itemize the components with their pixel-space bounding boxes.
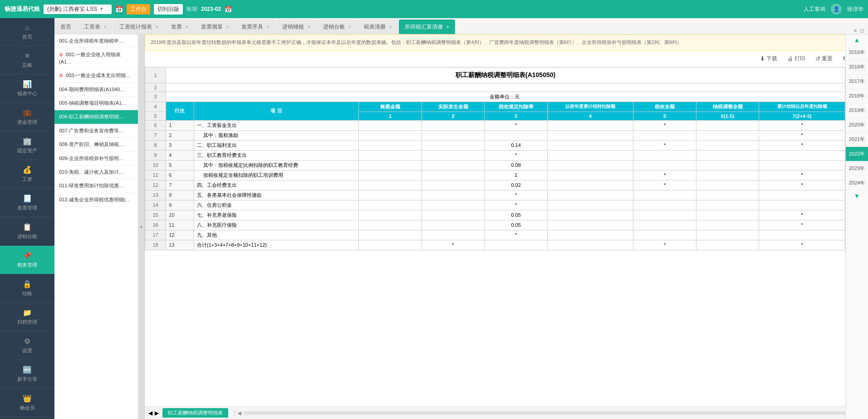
left-panel-item-011[interactable]: 011-研发费用加计扣除优惠… [54, 179, 138, 193]
tab-payroll-stat[interactable]: 工资统计报表 × [113, 19, 164, 34]
tab-in-check[interactable]: 进销稽核 × [276, 19, 316, 34]
sheet-tab-label: 职工薪酬纳税调整明细表 [168, 410, 223, 415]
tab-invoice-open-close[interactable]: × [267, 24, 270, 29]
tab-payroll-label: 工资表 [84, 23, 100, 31]
tab-invoice-calc-close[interactable]: × [226, 24, 229, 29]
sidebar-item-settings[interactable]: ⚙ 设置 [0, 331, 54, 360]
col-f-sub: 4 [547, 112, 633, 120]
tab-home[interactable]: 首页 [54, 19, 77, 34]
scroll-left-icon[interactable]: ◀ [237, 410, 241, 416]
sidebar-item-ledger[interactable]: ≡ 总账 [0, 46, 54, 74]
print-button[interactable]: 🖨 打印 [785, 54, 808, 64]
sidebar-item-archive[interactable]: 📁 归档管理 [0, 303, 54, 331]
tab-payroll-close[interactable]: × [104, 24, 107, 29]
tab-in-check-label: 进销稽核 [282, 23, 304, 31]
sheet-area[interactable]: 1 职工薪酬纳税调整明细表(A105050) 2 3 金额 [145, 67, 868, 406]
table-row: 16 11 八、补充医疗保险 0.05 * [145, 220, 845, 230]
guide-icon: 🆕 [23, 365, 32, 374]
tab-tax-clear-close[interactable]: × [389, 24, 392, 29]
table-row: 9 4 三、职工教育经费支出 * [145, 150, 845, 160]
col-d-header: 实际发生金额 [422, 102, 485, 112]
tab-income-tax-close[interactable]: × [446, 24, 449, 29]
year-2023[interactable]: 2023年 [846, 161, 868, 176]
panel-collapse-button[interactable]: « [138, 34, 145, 419]
sidebar-item-report[interactable]: 📊 报表中心 [0, 74, 54, 103]
sidebar-label-salary: 工资 [22, 176, 32, 183]
sidebar-item-close[interactable]: 🔒 结账 [0, 274, 54, 303]
left-panel-item-012[interactable]: 012-减免企业所得税优惠明细(… [54, 193, 138, 207]
sidebar-item-sales-ledger[interactable]: 📋 进销台账 [0, 217, 54, 246]
year-2021[interactable]: 2021年 [846, 132, 868, 147]
sidebar-label-asset: 资金管理 [17, 119, 37, 126]
year-2019[interactable]: 2019年 [846, 103, 868, 118]
year-2015[interactable]: 2015年 [846, 45, 868, 60]
tab-income-tax[interactable]: 所得税汇算清缴 × [399, 19, 455, 34]
item-001-label: 001-企业所得税年度纳税申… [59, 38, 124, 44]
tab-invoice-calc[interactable]: 发票测算 × [195, 19, 235, 34]
year-2022[interactable]: 2022年 [846, 147, 868, 161]
left-panel-item-009[interactable]: 009-企业所得税弥补亏损明… [54, 152, 138, 166]
report-icon: 📊 [23, 80, 32, 88]
prev-sheet-icon[interactable]: ◀ [148, 410, 152, 416]
table-row: 17 12 九、其他 * [145, 230, 845, 240]
horizontal-scrollbar[interactable] [243, 411, 858, 415]
tab-payroll-stat-close[interactable]: × [156, 24, 158, 29]
item-003-label: 003-一般企业成本支出明细… [66, 73, 131, 78]
error-icon-003: ⊗ [59, 73, 63, 78]
tab-tax-clear[interactable]: 税表清册 × [358, 19, 398, 34]
download-button[interactable]: ⬇ 下载 [757, 54, 780, 64]
sidebar-label-invoice: 发票管理 [17, 205, 37, 211]
reset-button[interactable]: ↺ 重置 [813, 54, 835, 64]
sidebar-item-asset-mgmt[interactable]: 💼 资金管理 [0, 103, 54, 132]
next-sheet-icon[interactable]: ▶ [155, 410, 159, 416]
sheet-options-icon[interactable]: ⋮ [232, 410, 237, 416]
sidebar-cancel-fixed[interactable]: 📌 取消固定 [0, 417, 54, 419]
tab-invoice[interactable]: 发票 × [165, 19, 194, 34]
tab-in-ledger[interactable]: 进销台账 × [317, 19, 357, 34]
tab-in-ledger-label: 进销台账 [323, 23, 345, 31]
bottom-bar: ◀ ▶ 职工薪酬纳税调整明细表 ⋮ ◀ ▶ [145, 406, 868, 419]
sheet-tab-payroll[interactable]: 职工薪酬纳税调整明细表 [162, 408, 228, 418]
left-panel-item-005[interactable]: 005-纳税调整项目明细表(A1… [54, 97, 138, 110]
workspace-button[interactable]: 工作台 [127, 4, 150, 15]
content-area: 首页 工资表 × 工资统计报表 × 发票 × 发票测算 × [54, 18, 868, 419]
tab-invoice-open[interactable]: 发票开具 × [235, 19, 275, 34]
sidebar-item-fixed-asset[interactable]: 🏢 固定资产 [0, 132, 54, 160]
year-2024[interactable]: 2024年 [846, 176, 868, 190]
left-panel-item-006[interactable]: 006-职工薪酬纳税调整明细… [54, 110, 138, 124]
sidebar-item-tax[interactable]: 📌 税务管理 [0, 246, 54, 274]
download-label: 下载 [766, 55, 777, 63]
tab-expand-icon[interactable]: ⊡ [860, 28, 864, 34]
left-panel-item-008[interactable]: 008-资产折旧、摊销及纳税… [54, 138, 138, 151]
left-panel-item-007[interactable]: 007-广告费和业务宣传费等… [54, 124, 138, 138]
tab-payroll[interactable]: 工资表 × [78, 19, 113, 34]
year-nav-up[interactable]: ▲ [846, 34, 868, 45]
left-panel: 001-企业所得税年度纳税申… ⊗ 002-一般企业收入明细表(A1… ⊗ 00… [54, 34, 138, 419]
year-2017[interactable]: 2017年 [846, 74, 868, 89]
table-row: 10 5 其中：按税收规定比例扣除的职工教育经费 0.08 [145, 160, 845, 170]
period-value: 2023-02 [201, 6, 221, 12]
company-selector[interactable]: (勿删) 江西睿宝-LSS ▼ [44, 5, 112, 14]
year-2016[interactable]: 2016年 [846, 60, 868, 74]
customer-service[interactable]: 人工客询 [804, 5, 825, 13]
left-panel-item-001[interactable]: 001-企业所得税年度纳税申… [54, 34, 138, 48]
year-2020[interactable]: 2020年 [846, 118, 868, 132]
tab-in-check-close[interactable]: × [308, 24, 310, 29]
tab-close-all-icon[interactable]: ✕ [853, 28, 858, 34]
left-panel-item-010[interactable]: 010-免税、减计收入及加计… [54, 166, 138, 179]
year-nav-down[interactable]: ▼ [846, 190, 868, 201]
sidebar-item-member[interactable]: 👑 畅会员 [0, 389, 54, 417]
left-panel-item-004[interactable]: 004-期间费用明细表(A1040… [54, 83, 138, 97]
left-panel-item-002[interactable]: ⊗ 002-一般企业收入明细表(A1… [54, 48, 138, 69]
item-006-label: 006-职工薪酬纳税调整明细… [59, 114, 124, 119]
switch-version-button[interactable]: 切到旧版 [154, 4, 183, 15]
sidebar-item-guide[interactable]: 🆕 新手引导 [0, 360, 54, 389]
tab-invoice-calc-label: 发票测算 [201, 23, 223, 31]
sidebar-item-salary[interactable]: 💰 工资 [0, 160, 54, 189]
sidebar-item-invoice[interactable]: 🧾 发票管理 [0, 189, 54, 217]
tab-invoice-close[interactable]: × [186, 24, 188, 29]
tab-in-ledger-close[interactable]: × [348, 24, 351, 29]
left-panel-item-003[interactable]: ⊗ 003-一般企业成本支出明细… [54, 69, 138, 83]
sidebar-item-home[interactable]: ⌂ 首页 [0, 18, 54, 46]
year-2018[interactable]: 2018年 [846, 89, 868, 103]
